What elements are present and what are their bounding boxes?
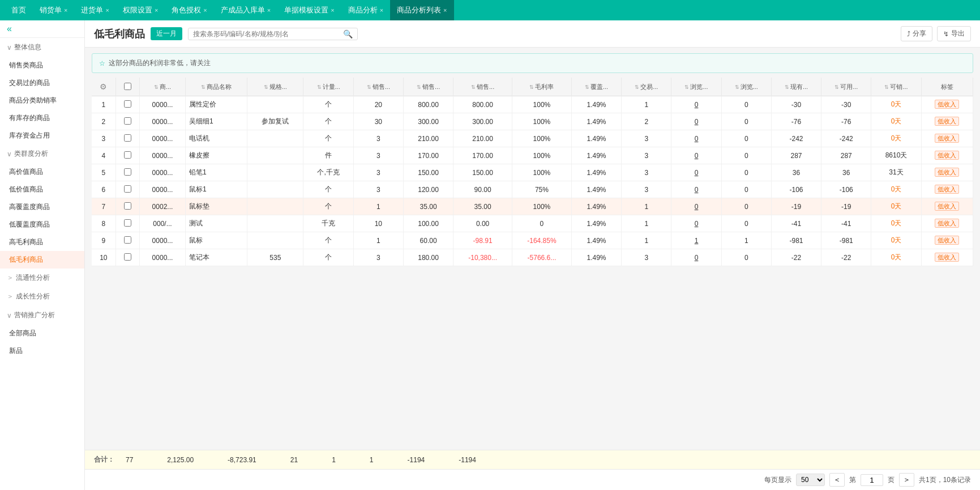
nav-template[interactable]: 单据模板设置 × bbox=[277, 0, 341, 20]
cell-code: 0002... bbox=[139, 198, 185, 215]
sidebar-group-marketing[interactable]: ∨ 营销推广分析 bbox=[0, 306, 84, 325]
cell-checkbox[interactable] bbox=[115, 164, 139, 181]
cell-view1[interactable]: 0 bbox=[671, 215, 721, 232]
col-sales-qty[interactable]: ⇅销售... bbox=[353, 78, 403, 96]
select-all-checkbox[interactable] bbox=[124, 83, 131, 90]
cell-coverage: 1.49% bbox=[571, 181, 621, 198]
sidebar-item-low-gross[interactable]: 低毛利商品 bbox=[0, 251, 84, 269]
col-name[interactable]: ⇅商品名称 bbox=[185, 78, 247, 96]
nav-close-icon[interactable]: × bbox=[267, 7, 271, 14]
sidebar-item-high-coverage[interactable]: 高覆盖度商品 bbox=[0, 198, 84, 216]
cell-checkbox[interactable] bbox=[115, 198, 139, 215]
cell-checkbox[interactable] bbox=[115, 96, 139, 113]
col-unit[interactable]: ⇅计量... bbox=[303, 78, 353, 96]
cell-coverage: 1.49% bbox=[571, 232, 621, 249]
sidebar-item-high-gross[interactable]: 高毛利商品 bbox=[0, 233, 84, 251]
settings-icon[interactable]: ⚙ bbox=[100, 82, 107, 91]
col-view2[interactable]: ⇅浏览... bbox=[721, 78, 771, 96]
sidebar-item-category-assist[interactable]: 商品分类助销率 bbox=[0, 92, 84, 109]
cell-checkbox[interactable] bbox=[115, 232, 139, 249]
col-trade[interactable]: ⇅交易... bbox=[622, 78, 671, 96]
nav-sales-order[interactable]: 销货单 × bbox=[33, 0, 74, 20]
nav-product-analysis[interactable]: 商品分析 × bbox=[341, 0, 390, 20]
next-page-button[interactable]: ＞ bbox=[899, 473, 914, 487]
cell-view1[interactable]: 0 bbox=[671, 181, 721, 198]
cell-view1[interactable]: 0 bbox=[671, 147, 721, 164]
cell-view2: 1 bbox=[721, 232, 771, 249]
cell-view1[interactable]: 1 bbox=[671, 232, 721, 249]
sort-icon: ⇅ bbox=[264, 84, 268, 90]
search-icon[interactable]: 🔍 bbox=[343, 29, 353, 39]
sidebar-item-new-products[interactable]: 新品 bbox=[0, 342, 84, 360]
cell-checkbox[interactable] bbox=[115, 249, 139, 266]
cell-view1[interactable]: 0 bbox=[671, 249, 721, 266]
col-coverage[interactable]: ⇅覆盖... bbox=[571, 78, 621, 96]
col-available-stock[interactable]: ⇅可用... bbox=[821, 78, 871, 96]
col-sales-amount[interactable]: ⇅销售... bbox=[403, 78, 453, 96]
cell-checkbox[interactable] bbox=[115, 130, 139, 147]
cell-name: 鼠标1 bbox=[185, 181, 247, 198]
cell-tag: 低收入 bbox=[921, 215, 973, 232]
sidebar-group-cluster[interactable]: ∨ 类群度分析 bbox=[0, 144, 84, 163]
nav-product-analysis-list[interactable]: 商品分析列表 × bbox=[390, 0, 453, 20]
nav-close-icon[interactable]: × bbox=[443, 7, 447, 14]
cell-view1[interactable]: 0 bbox=[671, 198, 721, 215]
col-current-stock[interactable]: ⇅现有... bbox=[771, 78, 821, 96]
nav-permission[interactable]: 权限设置 × bbox=[116, 0, 165, 20]
cell-view1[interactable]: 0 bbox=[671, 96, 721, 113]
col-sales-profit[interactable]: ⇅销售... bbox=[453, 78, 512, 96]
sidebar-item-low-value[interactable]: 低价值商品 bbox=[0, 181, 84, 198]
cell-checkbox[interactable] bbox=[115, 215, 139, 232]
nav-close-icon[interactable]: × bbox=[380, 7, 383, 14]
nav-purchase-order[interactable]: 进货单 × bbox=[74, 0, 115, 20]
col-settings[interactable]: ⚙ bbox=[92, 78, 115, 96]
sidebar-item-high-value[interactable]: 高价值商品 bbox=[0, 163, 84, 181]
nav-close-icon[interactable]: × bbox=[155, 7, 158, 14]
col-gross-rate[interactable]: ⇅毛利率 bbox=[512, 78, 572, 96]
nav-close-icon[interactable]: × bbox=[64, 7, 67, 14]
nav-product-entry[interactable]: 产成品入库单 × bbox=[214, 0, 277, 20]
nav-role-auth[interactable]: 角色授权 × bbox=[165, 0, 213, 20]
cell-view1[interactable]: 0 bbox=[671, 113, 721, 130]
sidebar-item-stock-capital[interactable]: 库存资金占用 bbox=[0, 127, 84, 144]
sidebar-group-overall[interactable]: ∨ 整体信息 bbox=[0, 38, 84, 57]
footer-summary: 合计： 77 2,125.00 -8,723.91 21 1 1 -1194 -… bbox=[85, 450, 980, 469]
prev-page-button[interactable]: ＜ bbox=[829, 473, 845, 487]
export-icon: ↯ bbox=[943, 30, 949, 38]
export-button[interactable]: ↯ 导出 bbox=[937, 26, 971, 41]
sidebar-item-sales-products[interactable]: 销售类商品 bbox=[0, 57, 84, 74]
cell-unit: 件 bbox=[303, 147, 353, 164]
sidebar-item-low-coverage[interactable]: 低覆盖度商品 bbox=[0, 216, 84, 233]
nav-close-icon[interactable]: × bbox=[105, 7, 109, 14]
table-wrapper[interactable]: ⚙ ⇅商... ⇅商品名称 ⇅规格... ⇅计量... ⇅销售... ⇅销售..… bbox=[92, 78, 973, 450]
nav-home[interactable]: 首页 bbox=[5, 0, 33, 20]
sidebar-item-all-products[interactable]: 全部商品 bbox=[0, 325, 84, 342]
sidebar-group-growth[interactable]: ＞ 成长性分析 bbox=[0, 287, 84, 306]
page-size-select[interactable]: 50 100 200 bbox=[796, 474, 825, 486]
col-code[interactable]: ⇅商... bbox=[139, 78, 185, 96]
col-saleable-days[interactable]: ⇅可销... bbox=[871, 78, 921, 96]
sidebar-group-flow[interactable]: ＞ 流通性分析 bbox=[0, 269, 84, 287]
cell-checkbox[interactable] bbox=[115, 113, 139, 130]
cell-view2: 0 bbox=[721, 96, 771, 113]
cell-view1[interactable]: 0 bbox=[671, 164, 721, 181]
sidebar-collapse-btn[interactable]: « bbox=[5, 24, 14, 34]
col-spec[interactable]: ⇅规格... bbox=[247, 78, 303, 96]
share-button[interactable]: ⤴ 分享 bbox=[901, 26, 932, 41]
col-view1[interactable]: ⇅浏览... bbox=[671, 78, 721, 96]
cell-checkbox[interactable] bbox=[115, 147, 139, 164]
period-button[interactable]: 近一月 bbox=[151, 27, 182, 40]
sort-icon: ⇅ bbox=[735, 84, 739, 90]
nav-close-icon[interactable]: × bbox=[331, 7, 334, 14]
col-checkbox[interactable] bbox=[115, 78, 139, 96]
search-input[interactable] bbox=[193, 30, 343, 38]
sidebar-item-traded-products[interactable]: 交易过的商品 bbox=[0, 74, 84, 92]
top-nav: 首页 销货单 × 进货单 × 权限设置 × 角色授权 × 产成品入库单 × 单据… bbox=[0, 0, 980, 20]
nav-close-icon[interactable]: × bbox=[203, 7, 207, 14]
cell-tag: 低收入 bbox=[921, 181, 973, 198]
cell-view1[interactable]: 0 bbox=[671, 130, 721, 147]
page-number-input[interactable] bbox=[861, 474, 883, 486]
cell-checkbox[interactable] bbox=[115, 181, 139, 198]
cell-code: 0000... bbox=[139, 181, 185, 198]
sidebar-item-in-stock[interactable]: 有库存的商品 bbox=[0, 109, 84, 127]
